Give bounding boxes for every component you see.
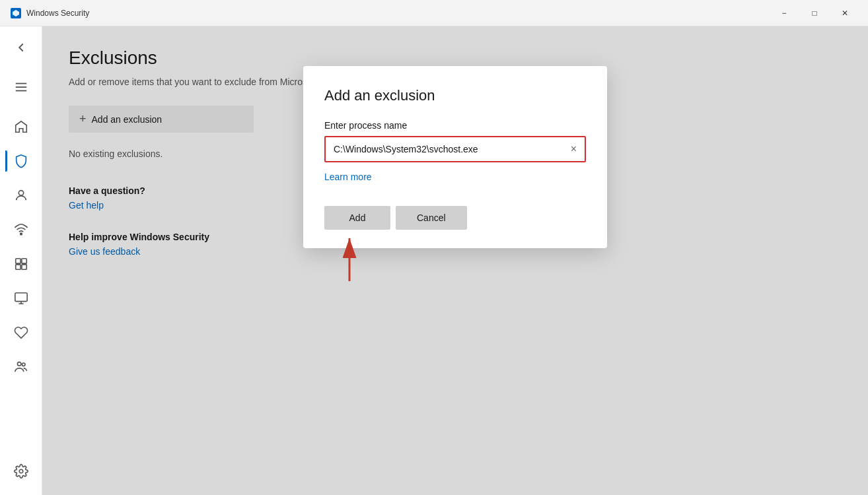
modal-overlay: Add an exclusion Enter process name × Le…: [42, 26, 868, 495]
sidebar-item-settings[interactable]: [5, 455, 37, 487]
app-container: Exclusions Add or remove items that you …: [0, 26, 868, 495]
svg-point-5: [20, 233, 22, 235]
sidebar-item-account[interactable]: [5, 180, 37, 211]
sidebar-item-app[interactable]: [5, 248, 37, 280]
close-button[interactable]: ✕: [830, 3, 860, 24]
sidebar-item-firewall[interactable]: [5, 214, 37, 246]
sidebar-back-button[interactable]: [5, 32, 37, 63]
hamburger-icon: [14, 80, 28, 94]
main-content: Exclusions Add or remove items that you …: [42, 26, 868, 495]
title-bar-left: Windows Security: [11, 8, 89, 18]
learn-more-link[interactable]: Learn more: [324, 172, 586, 182]
person-icon: [14, 188, 28, 203]
app-icon: [11, 8, 21, 18]
svg-rect-9: [21, 265, 26, 269]
family-icon: [14, 360, 28, 374]
svg-point-4: [18, 191, 23, 195]
sidebar-item-device[interactable]: [5, 282, 37, 314]
svg-point-12: [22, 363, 25, 366]
add-button[interactable]: Add: [324, 206, 390, 230]
gear-icon: [14, 464, 28, 478]
home-icon: [14, 119, 28, 134]
dialog: Add an exclusion Enter process name × Le…: [303, 66, 607, 248]
maximize-button[interactable]: □: [799, 3, 830, 24]
sidebar-item-health[interactable]: [5, 317, 37, 348]
sidebar-item-family[interactable]: [5, 351, 37, 383]
app-title: Windows Security: [26, 9, 89, 18]
monitor-icon: [14, 291, 28, 306]
sidebar-item-virus[interactable]: [5, 145, 37, 177]
sidebar-menu-button[interactable]: [5, 71, 37, 103]
svg-rect-6: [15, 259, 20, 263]
cancel-button[interactable]: Cancel: [396, 206, 467, 230]
svg-rect-7: [21, 259, 26, 263]
dialog-input-wrapper: ×: [324, 136, 586, 162]
title-bar-controls: − □ ✕: [769, 3, 860, 24]
svg-point-13: [19, 469, 23, 473]
svg-rect-10: [15, 293, 26, 302]
svg-point-11: [17, 362, 21, 366]
wifi-icon: [14, 222, 28, 237]
red-arrow-annotation: [323, 232, 376, 284]
dialog-buttons: Add Cancel: [324, 206, 586, 230]
input-clear-button[interactable]: ×: [563, 143, 585, 155]
sidebar: [0, 26, 42, 495]
dialog-input-label: Enter process name: [324, 120, 586, 131]
back-icon: [14, 40, 28, 55]
dialog-title: Add an exclusion: [324, 87, 586, 104]
sidebar-item-home[interactable]: [5, 111, 37, 143]
svg-rect-3: [15, 90, 26, 92]
svg-rect-8: [15, 265, 20, 269]
process-name-input[interactable]: [326, 137, 563, 161]
svg-rect-1: [15, 83, 26, 84]
app-control-icon: [14, 257, 28, 271]
title-bar: Windows Security − □ ✕: [0, 0, 868, 26]
svg-rect-2: [15, 86, 26, 88]
minimize-button[interactable]: −: [769, 3, 799, 24]
heart-icon: [14, 325, 28, 340]
shield-icon: [14, 154, 28, 168]
